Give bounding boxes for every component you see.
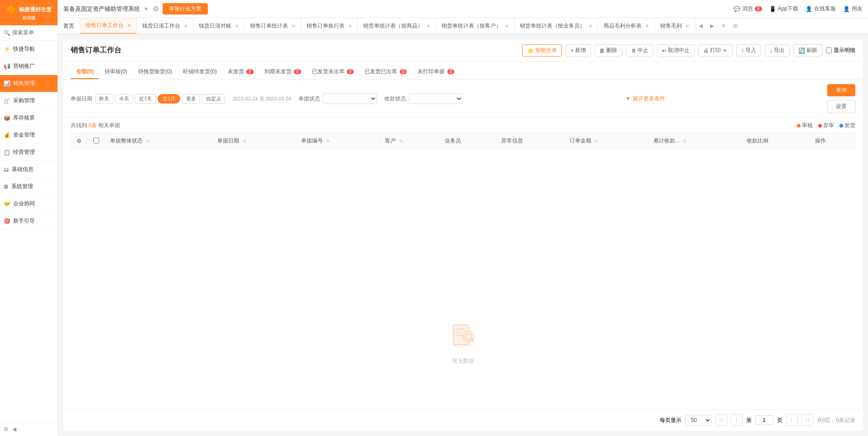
tab-sales-exec-close[interactable]: ✕ — [348, 24, 352, 28]
tab-cash-reconcile[interactable]: 钱货日清对账 ✕ — [193, 18, 245, 34]
online-service-action[interactable]: 👤 在线客服 — [806, 5, 836, 13]
th-checkbox[interactable] — [87, 133, 106, 149]
sidebar-item-finance[interactable]: 💰 资金管理 — [0, 127, 58, 144]
page-next-btn[interactable]: ⟩ — [786, 414, 798, 426]
tab-sales-stat-close[interactable]: ✕ — [292, 24, 295, 28]
subtab-shipped-warehoused[interactable]: 已发货已出库 0 — [359, 65, 412, 79]
smart-create-button[interactable]: ⭐ 智能生单 — [522, 44, 562, 57]
tab-product-margin[interactable]: 商品毛利分析表 ✕ — [598, 18, 655, 34]
system-icon: ⚙ — [4, 184, 9, 190]
subtab-not-printed[interactable]: 未打印单据 0 — [412, 65, 460, 79]
sort-customer-icon[interactable]: ⇅ — [399, 138, 403, 143]
sort-collected-icon[interactable]: ⇅ — [683, 138, 686, 143]
page-size-select[interactable]: 50 10 20 100 — [685, 415, 712, 426]
tab-close-all-btn[interactable]: ✕ — [718, 18, 729, 34]
batch-ship-btn[interactable]: 发货 — [839, 122, 855, 129]
tab-sales-workbench-close[interactable]: ✕ — [127, 23, 131, 28]
sidebar-item-operation[interactable]: 📋 经营管理 — [0, 144, 58, 161]
sidebar-item-quick-nav[interactable]: ⚡ 快捷导航 — [0, 41, 58, 58]
subtab-shipped-not-warehoused[interactable]: 已发货未出库 0 — [307, 65, 360, 79]
refresh-button[interactable]: 🔄 刷新 — [793, 44, 822, 57]
tab-sales-stat-label: 销售订单统计表 — [250, 22, 288, 30]
batch-cancel-btn[interactable]: 弃审 — [818, 122, 834, 129]
batch-review-btn[interactable]: 审核 — [797, 122, 813, 129]
tab-sales-exec[interactable]: 销售订单执行表 ✕ — [301, 18, 358, 34]
tab-expand-btn[interactable]: ⊞ — [729, 18, 741, 34]
tab-cash-daily[interactable]: 钱货日清工作台 ✕ — [137, 18, 193, 34]
user-action[interactable]: 👤 用友 — [843, 5, 863, 13]
sidebar-item-system[interactable]: ⚙ 系统管理 — [0, 178, 58, 195]
date-btn-today[interactable]: 今天 — [115, 94, 133, 104]
add-button[interactable]: + 新增 — [566, 44, 591, 57]
message-action[interactable]: 💬 消息 6 — [734, 5, 762, 13]
tab-next-btn[interactable]: ▶ — [706, 18, 718, 34]
sidebar-item-guide[interactable]: 🎯 新手引导 — [0, 213, 58, 230]
page-first-btn[interactable]: ⟨⟨ — [715, 414, 727, 426]
import-button[interactable]: ↑ 导入 — [736, 44, 761, 57]
sidebar-item-sales[interactable]: 📊 销售管理 — [0, 75, 58, 92]
tab-prev-btn[interactable]: ◀ — [695, 18, 706, 34]
th-settings[interactable]: ⚙ — [71, 133, 87, 149]
pause-icon: ⏸ — [631, 47, 636, 54]
expand-filter-btn[interactable]: ▼ 展开更多条件 — [625, 95, 665, 103]
print-button[interactable]: 🖨 打印 ▼ — [698, 44, 733, 57]
sort-amount-icon[interactable]: ⇅ — [595, 138, 598, 143]
date-btn-more[interactable]: 更多 — [182, 94, 200, 104]
tab-sales-stat-staff-close[interactable]: ✕ — [589, 24, 592, 28]
collapse-icon[interactable]: ◀ — [12, 426, 16, 432]
tab-sales-gross-close[interactable]: ✕ — [686, 24, 689, 28]
add-icon: + — [571, 47, 574, 54]
sidebar-item-base[interactable]: 🗂 基础信息 — [0, 161, 58, 178]
subtab-not-shipped[interactable]: 未发货 0 — [222, 65, 259, 79]
date-btn-yesterday[interactable]: 昨天 — [95, 94, 113, 104]
date-btn-custom[interactable]: 自定义 — [202, 94, 225, 104]
date-btn-1month[interactable]: 近1月 — [158, 94, 180, 104]
subtab-expired-not-shipped[interactable]: 到期未发货 0 — [259, 65, 307, 79]
tab-sales-stat-customer[interactable]: 销货单统计表（按客户） ✕ — [436, 18, 514, 34]
sort-date-icon[interactable]: ⇅ — [243, 138, 246, 143]
table-meta: 共找到 0条 相关单据 审核 弃审 — [63, 118, 863, 133]
page-prev-btn[interactable]: ⟨ — [731, 414, 743, 426]
topbar-gear-icon[interactable]: ⚙ — [153, 5, 159, 13]
set-button[interactable]: 设置 — [827, 100, 855, 113]
tab-sales-stat-product-close[interactable]: ✕ — [427, 24, 430, 28]
settings-icon[interactable]: ⚙ — [4, 426, 9, 432]
export-button[interactable]: ↓ 导出 — [765, 44, 790, 57]
subtab-pending-check[interactable]: 待拣货验货(0) — [133, 65, 177, 79]
sidebar-item-purchase[interactable]: 🛒 采购管理 — [0, 92, 58, 109]
status-select[interactable] — [323, 93, 377, 104]
tab-sales-stat[interactable]: 销售订单统计表 ✕ — [245, 18, 301, 34]
show-detail-toggle[interactable]: 显示明细 — [826, 47, 855, 54]
delete-button[interactable]: 🗑 删除 — [595, 44, 622, 57]
tab-home[interactable]: 首页 — [58, 18, 80, 34]
solution-button[interactable]: 体验行业方案 — [163, 3, 208, 14]
select-all-checkbox[interactable] — [93, 137, 99, 143]
tab-sales-gross[interactable]: 销售毛利 ✕ — [655, 18, 695, 34]
tab-cash-reconcile-close[interactable]: ✕ — [235, 24, 239, 28]
sort-status-icon[interactable]: ⇅ — [146, 138, 149, 143]
tab-sales-stat-staff[interactable]: 销货单统计表（按业务员） ✕ — [514, 18, 598, 34]
page-last-btn[interactable]: ⟩⟩ — [801, 414, 813, 426]
tab-product-margin-close[interactable]: ✕ — [645, 24, 649, 28]
query-button[interactable]: 查询 — [827, 84, 855, 96]
sidebar-item-enterprise[interactable]: 🤝 企业协同 — [0, 195, 58, 213]
sidebar-item-marketing[interactable]: 📢 营销推广 — [0, 58, 58, 75]
cancel-pause-button[interactable]: ↩ 取消中止 — [657, 44, 695, 57]
search-menu[interactable]: 🔍 搜索菜单 — [0, 25, 58, 41]
tab-sales-stat-product[interactable]: 销货单统计表（按商品） ✕ — [358, 18, 436, 34]
tab-sales-stat-customer-close[interactable]: ✕ — [505, 24, 508, 28]
payment-select[interactable] — [409, 93, 463, 104]
sort-number-icon[interactable]: ⇅ — [326, 138, 330, 143]
tab-cash-daily-close[interactable]: ✕ — [184, 24, 187, 28]
show-detail-checkbox[interactable] — [826, 47, 832, 53]
subtab-pending-review[interactable]: 待审核(0) — [99, 65, 133, 79]
subtab-wangpu[interactable]: 旺铺待发货(0) — [177, 65, 222, 79]
topbar-dropdown-icon[interactable]: ▼ — [144, 6, 149, 12]
app-download-action[interactable]: 📱 App下载 — [769, 5, 798, 13]
subtab-all[interactable]: 全部(0) — [71, 65, 99, 79]
page-input[interactable] — [755, 415, 773, 425]
sidebar-item-inventory[interactable]: 📦 库存核算 — [0, 109, 58, 127]
tab-sales-workbench[interactable]: 销售订单工作台 ✕ — [80, 18, 137, 34]
pause-button[interactable]: ⏸ 中止 — [626, 44, 653, 57]
date-btn-7days[interactable]: 近7天 — [135, 94, 156, 104]
